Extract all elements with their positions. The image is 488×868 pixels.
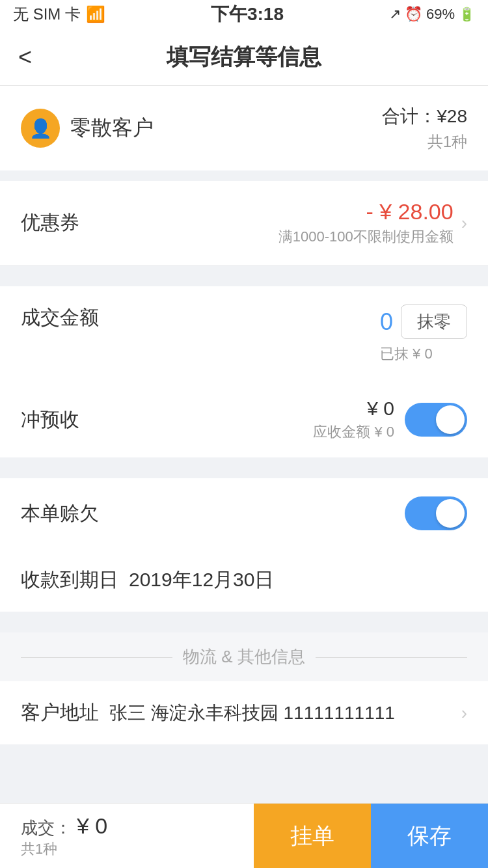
status-time: 下午3:18 — [211, 2, 284, 27]
logistics-header: 物流 & 其他信息 — [0, 632, 488, 681]
bottom-deal-count: 共1种 — [21, 839, 233, 859]
battery-icon: 🔋 — [459, 7, 475, 22]
customer-section: 👤 零散客户 合计：¥28 共1种 — [0, 86, 488, 170]
coupon-label: 优惠券 — [21, 210, 79, 236]
nav-bar: < 填写结算等信息 — [0, 29, 488, 86]
deal-input-top: 0 抹零 — [380, 305, 467, 339]
save-button[interactable]: 保存 — [371, 804, 488, 869]
bottom-bar: 成交： ¥ 0 共1种 挂单 保存 — [0, 803, 488, 868]
bottom-deal-info: 成交： ¥ 0 共1种 — [0, 813, 254, 859]
chevron-right-icon: › — [461, 213, 467, 234]
arrears-label: 本单赊欠 — [21, 500, 99, 527]
advance-toggle[interactable] — [405, 403, 467, 437]
coupon-right: - ¥ 28.00 满1000-100不限制使用金额 › — [278, 199, 467, 247]
advance-amount: ¥ 0 — [313, 398, 394, 420]
customer-row: 👤 零散客户 合计：¥28 共1种 — [0, 86, 488, 170]
pending-button[interactable]: 挂单 — [254, 804, 371, 869]
back-button[interactable]: < — [18, 44, 32, 71]
coupon-row[interactable]: 优惠券 - ¥ 28.00 满1000-100不限制使用金额 › — [0, 181, 488, 265]
deal-amount-label: 成交金额 — [21, 305, 99, 331]
status-right: ↗ ⏰ 69% 🔋 — [389, 6, 475, 23]
advance-row: 冲预收 ¥ 0 应收金额 ¥ 0 — [0, 382, 488, 457]
status-left: 无 SIM 卡 📶 — [13, 4, 105, 25]
location-icon: ↗ — [389, 6, 401, 23]
total-amount: 合计：¥28 — [382, 104, 467, 129]
advance-info: ¥ 0 应收金额 ¥ 0 — [313, 398, 394, 442]
coupon-desc: 满1000-100不限制使用金额 — [278, 227, 454, 247]
deal-amount-row: 成交金额 0 抹零 已抹 ¥ 0 — [0, 286, 488, 382]
deal-value[interactable]: 0 — [380, 308, 393, 336]
duedate-value[interactable]: 2019年12月30日 — [129, 567, 274, 593]
deal-amount-right: 0 抹零 已抹 ¥ 0 — [380, 305, 467, 364]
wifi-icon: 📶 — [86, 5, 105, 23]
arrears-toggle[interactable] — [405, 496, 467, 530]
round-zero-button[interactable]: 抹零 — [401, 305, 467, 339]
duedate-label: 收款到期日 — [21, 567, 118, 593]
divider-2 — [0, 468, 488, 478]
alarm-icon: ⏰ — [405, 6, 422, 23]
battery-label: 69% — [426, 6, 455, 23]
status-bar: 无 SIM 卡 📶 下午3:18 ↗ ⏰ 69% 🔋 — [0, 0, 488, 29]
advance-right: ¥ 0 应收金额 ¥ 0 — [313, 398, 467, 442]
arrears-row: 本单赊欠 — [0, 478, 488, 549]
customer-info: 👤 零散客户 — [21, 109, 154, 148]
coupon-section[interactable]: 优惠券 - ¥ 28.00 满1000-100不限制使用金额 › — [0, 181, 488, 265]
duedate-row: 收款到期日 2019年12月30日 — [0, 549, 488, 612]
pending-label: 挂单 — [290, 821, 334, 851]
divider-1 — [0, 276, 488, 286]
advance-label: 冲预收 — [21, 407, 79, 433]
bottom-deal-amount: ¥ 0 — [77, 813, 107, 839]
coupon-amount: - ¥ 28.00 — [278, 199, 454, 224]
bottom-deal-title: 成交： — [21, 817, 72, 839]
total-count: 共1种 — [382, 131, 467, 152]
deal-amount-section: 成交金额 0 抹零 已抹 ¥ 0 冲预收 ¥ 0 应收金额 ¥ 0 — [0, 286, 488, 457]
arrears-section: 本单赊欠 收款到期日 2019年12月30日 — [0, 478, 488, 612]
avatar-icon: 👤 — [29, 118, 52, 139]
address-value: 张三 海淀永丰科技园 11111111111 — [109, 701, 451, 726]
logistics-title: 物流 & 其他信息 — [172, 645, 316, 668]
address-label: 客户地址 — [21, 699, 99, 726]
divider-3 — [0, 622, 488, 632]
coupon-info: - ¥ 28.00 满1000-100不限制使用金额 — [278, 199, 454, 247]
deal-sub-label: 已抹 ¥ 0 — [380, 344, 467, 364]
page-title: 填写结算等信息 — [167, 42, 321, 72]
address-section[interactable]: 客户地址 张三 海淀永丰科技园 11111111111 › — [0, 681, 488, 744]
address-row[interactable]: 客户地址 张三 海淀永丰科技园 11111111111 › — [0, 681, 488, 744]
customer-name: 零散客户 — [70, 114, 154, 142]
customer-total: 合计：¥28 共1种 — [382, 104, 467, 152]
save-label: 保存 — [407, 821, 452, 851]
bottom-deal-row: 成交： ¥ 0 — [21, 813, 233, 839]
avatar: 👤 — [21, 109, 60, 148]
advance-sub: 应收金额 ¥ 0 — [313, 422, 394, 442]
carrier-label: 无 SIM 卡 — [13, 4, 81, 25]
address-chevron-icon: › — [461, 703, 467, 724]
